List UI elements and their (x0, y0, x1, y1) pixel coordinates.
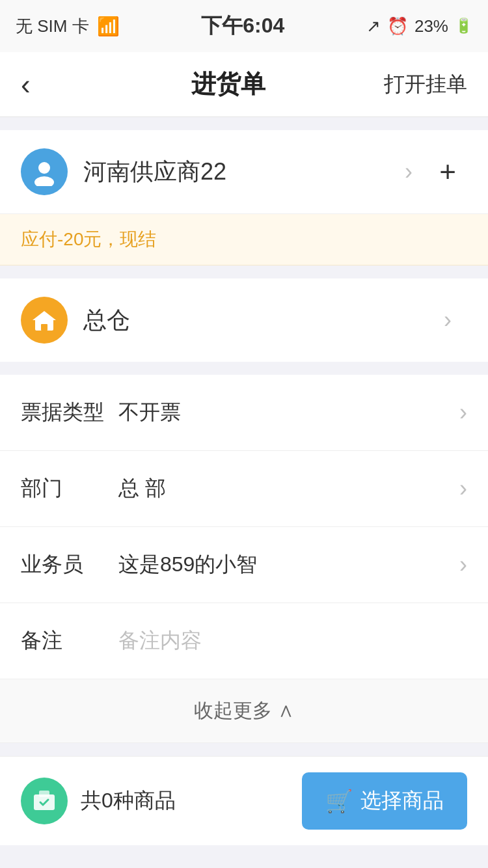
supplier-name: 河南供应商22 (83, 156, 405, 188)
remark-label: 备注 (21, 627, 105, 655)
warehouse-section: 总仓 › (0, 278, 488, 362)
warehouse-name: 总仓 (83, 305, 444, 336)
status-bar: 无 SIM 卡 📶 下午6:04 ↗ ⏰ 23% 🔋 (0, 0, 488, 52)
location-icon: ↗ (366, 16, 381, 36)
svg-point-0 (38, 162, 50, 174)
department-label: 部门 (21, 474, 105, 503)
salesperson-value: 这是859的小智 (105, 550, 459, 579)
svg-marker-3 (33, 311, 56, 320)
nav-bar: ‹ 进货单 打开挂单 (0, 52, 488, 117)
goods-count-text: 共0种商品 (81, 787, 302, 815)
salesperson-label: 业务员 (21, 550, 105, 579)
select-goods-button[interactable]: 🛒 选择商品 (302, 772, 467, 830)
warehouse-icon (21, 297, 68, 344)
alarm-icon: ⏰ (387, 16, 408, 36)
notice-text: 应付-20元，现结 (21, 229, 156, 249)
add-supplier-button[interactable]: + (428, 156, 467, 188)
salesperson-chevron-icon: › (459, 551, 467, 578)
invoice-type-chevron-icon: › (459, 399, 467, 426)
select-goods-icon: 🛒 (325, 788, 353, 814)
department-value: 总 部 (105, 474, 459, 503)
avatar (21, 148, 68, 195)
notice-banner: 应付-20元，现结 (0, 214, 488, 265)
warehouse-row[interactable]: 总仓 › (0, 278, 488, 362)
back-button[interactable]: ‹ (21, 68, 73, 101)
svg-rect-4 (41, 324, 47, 331)
form-section: 票据类型 不开票 › 部门 总 部 › 业务员 这是859的小智 › 备注 备注… (0, 375, 488, 679)
select-goods-label: 选择商品 (360, 787, 444, 815)
invoice-type-row[interactable]: 票据类型 不开票 › (0, 375, 488, 451)
goods-icon (21, 778, 68, 824)
status-right-area: ↗ ⏰ 23% 🔋 (366, 16, 472, 36)
status-carrier-area: 无 SIM 卡 📶 (16, 15, 120, 38)
svg-rect-6 (39, 791, 49, 797)
remark-input[interactable]: 备注内容 (105, 627, 467, 655)
section-divider-2 (0, 362, 488, 375)
department-chevron-icon: › (459, 475, 467, 502)
department-row[interactable]: 部门 总 部 › (0, 451, 488, 527)
status-time: 下午6:04 (201, 12, 284, 40)
section-divider-1 (0, 265, 488, 278)
bottom-bar: 共0种商品 🛒 选择商品 (0, 756, 488, 845)
gray-bottom-area (0, 845, 488, 868)
supplier-row[interactable]: 河南供应商22 › + (0, 130, 488, 214)
carrier-text: 无 SIM 卡 (16, 15, 89, 38)
supplier-chevron-icon: › (405, 158, 413, 185)
open-pending-button[interactable]: 打开挂单 (384, 70, 467, 99)
invoice-type-label: 票据类型 (21, 398, 105, 427)
collapse-label: 收起更多 ∧ (194, 698, 293, 724)
wifi-icon: 📶 (97, 16, 120, 37)
collapse-row[interactable]: 收起更多 ∧ (0, 679, 488, 743)
warehouse-chevron-icon: › (444, 306, 452, 334)
top-divider (0, 117, 488, 130)
invoice-type-value: 不开票 (105, 398, 459, 427)
svg-point-1 (34, 176, 54, 186)
battery-icon: 🔋 (455, 18, 472, 34)
remark-row[interactable]: 备注 备注内容 (0, 603, 488, 679)
supplier-section: 河南供应商22 › + 应付-20元，现结 (0, 130, 488, 265)
page-title: 进货单 (191, 68, 265, 101)
salesperson-row[interactable]: 业务员 这是859的小智 › (0, 527, 488, 603)
battery-text: 23% (414, 16, 448, 36)
